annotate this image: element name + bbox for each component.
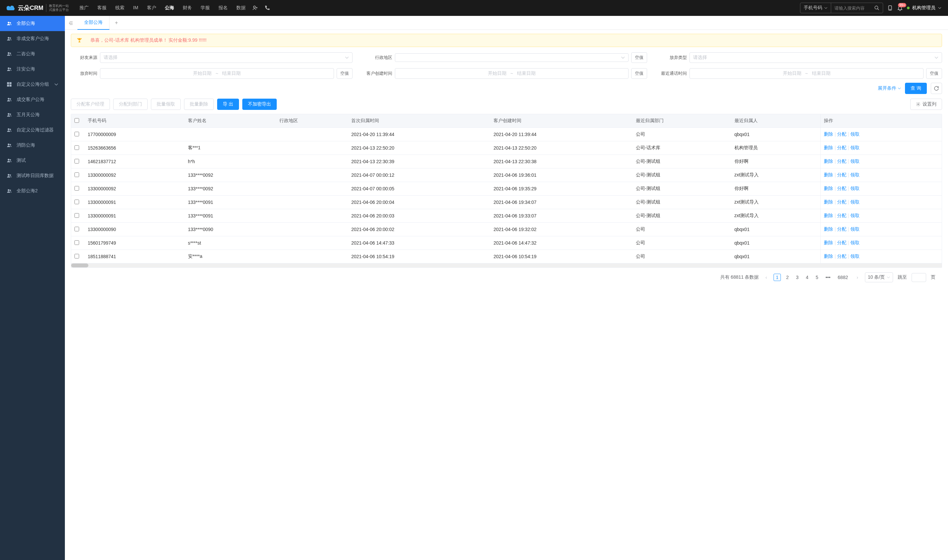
refresh-button[interactable] [931,83,942,94]
nav-item[interactable]: 公海 [164,0,175,15]
delete-link[interactable]: 删除 [824,226,833,232]
claim-link[interactable]: 领取 [850,213,860,218]
row-checkbox[interactable] [74,200,79,204]
row-checkbox[interactable] [74,159,79,163]
nav-item[interactable]: 财务 [182,0,192,15]
claim-link[interactable]: 领取 [850,226,860,232]
delete-link[interactable]: 删除 [824,172,833,177]
row-checkbox[interactable] [74,186,79,191]
sidebar-item[interactable]: 全部公海 [0,16,65,31]
sidebar-item[interactable]: 消防公海 [0,138,65,153]
claim-link[interactable]: 领取 [850,145,860,150]
claim-link[interactable]: 领取 [850,254,860,259]
delete-link[interactable]: 删除 [824,199,833,205]
delete-link[interactable]: 删除 [824,186,833,191]
row-checkbox[interactable] [74,172,79,177]
abandon-type-select[interactable]: 请选择 [689,52,942,63]
nav-item[interactable]: 推广 [79,0,89,15]
sidebar-item[interactable]: 测试 [0,153,65,168]
device-icon[interactable] [887,5,893,11]
null-value-button[interactable]: 空值 [631,68,647,79]
call-time-range[interactable]: 开始日期~结束日期 [689,68,923,79]
assign-link[interactable]: 分配 [837,131,846,137]
assign-link[interactable]: 分配 [837,213,846,218]
tab-collapse-icon[interactable] [65,20,77,25]
sidebar-item[interactable]: 测试昨日回库数据 [0,168,65,183]
tab-add-button[interactable]: + [109,20,123,26]
set-columns-button[interactable]: 设置列 [910,98,942,110]
nav-item[interactable]: 客服 [97,0,107,15]
claim-link[interactable]: 领取 [850,131,860,137]
friend-source-select[interactable]: 请选择 [100,52,352,63]
assign-link[interactable]: 分配 [837,254,846,259]
null-value-button[interactable]: 空值 [337,68,352,79]
sidebar-item[interactable]: 五月天公海 [0,107,65,123]
claim-link[interactable]: 领取 [850,199,860,205]
bell-icon[interactable]: 99+ [897,5,903,11]
sidebar-item[interactable]: 自定义公海过滤器 [0,123,65,138]
prev-page-button[interactable]: ‹ [763,274,769,281]
page-number[interactable]: 6882 [836,274,850,281]
admin-area-select[interactable] [395,53,629,62]
jump-page-input[interactable] [912,273,926,282]
page-number[interactable]: 4 [804,274,811,281]
claim-link[interactable]: 领取 [850,172,860,177]
nav-item[interactable]: 线索 [114,0,125,15]
horizontal-scrollbar[interactable] [71,263,942,268]
create-time-range[interactable]: 开始日期~结束日期 [395,68,629,79]
row-checkbox[interactable] [74,213,79,218]
assign-link[interactable]: 分配 [837,172,846,177]
assign-link[interactable]: 分配 [837,186,846,191]
delete-link[interactable]: 删除 [824,145,833,150]
page-number[interactable]: 2 [784,274,791,281]
assign-link[interactable]: 分配 [837,158,846,164]
assign-link[interactable]: 分配 [837,199,846,205]
add-user-icon[interactable] [252,5,258,11]
delete-link[interactable]: 删除 [824,158,833,164]
phone-icon[interactable] [264,5,270,11]
sidebar-item[interactable]: 注安公海 [0,62,65,77]
search-input[interactable] [831,4,871,12]
nav-item[interactable]: 数据 [235,0,246,15]
nav-item[interactable]: 客户 [146,0,157,15]
export-button[interactable]: 导 出 [217,98,239,110]
claim-link[interactable]: 领取 [850,240,860,245]
claim-link[interactable]: 领取 [850,186,860,191]
claim-link[interactable]: 领取 [850,158,860,164]
nav-item[interactable]: 学服 [200,0,211,15]
delete-link[interactable]: 删除 [824,213,833,218]
nav-item[interactable]: 报名 [218,0,228,15]
assign-link[interactable]: 分配 [837,226,846,232]
row-checkbox[interactable] [74,254,79,258]
select-all-checkbox[interactable] [74,118,79,123]
page-ellipsis[interactable]: ••• [823,274,833,281]
page-number[interactable]: 5 [814,274,820,281]
export-plain-button[interactable]: 不加密导出 [242,98,277,110]
row-checkbox[interactable] [74,240,79,245]
logo[interactable]: 云朵CRM 教育机构一站 式服务云平台 [7,4,69,12]
page-number[interactable]: 1 [774,274,781,281]
assign-link[interactable]: 分配 [837,145,846,150]
delete-link[interactable]: 删除 [824,131,833,137]
sidebar-item[interactable]: 二咨公海 [0,46,65,62]
assign-dept-button[interactable]: 分配到部门 [113,98,148,110]
row-checkbox[interactable] [74,227,79,231]
page-number[interactable]: 3 [794,274,801,281]
null-value-button[interactable]: 空值 [631,52,647,63]
sidebar-item[interactable]: 自定义公海分组 [0,77,65,92]
delete-link[interactable]: 删除 [824,240,833,245]
search-type-select[interactable]: 手机号码 [800,3,831,13]
page-size-select[interactable]: 10 条/页 [865,272,893,282]
next-page-button[interactable]: › [855,274,860,281]
sidebar-item[interactable]: 全部公海2 [0,183,65,198]
row-checkbox[interactable] [74,145,79,150]
batch-delete-button[interactable]: 批量删除 [184,98,214,110]
nav-item[interactable]: IM [132,0,139,15]
query-button[interactable]: 查 询 [905,83,927,94]
delete-link[interactable]: 删除 [824,254,833,259]
assign-manager-button[interactable]: 分配客户经理 [71,98,110,110]
scroll-thumb[interactable] [71,263,88,268]
assign-link[interactable]: 分配 [837,240,846,245]
abandon-time-range[interactable]: 开始日期~结束日期 [100,68,334,79]
tab-all-sea[interactable]: 全部公海 [77,16,109,30]
